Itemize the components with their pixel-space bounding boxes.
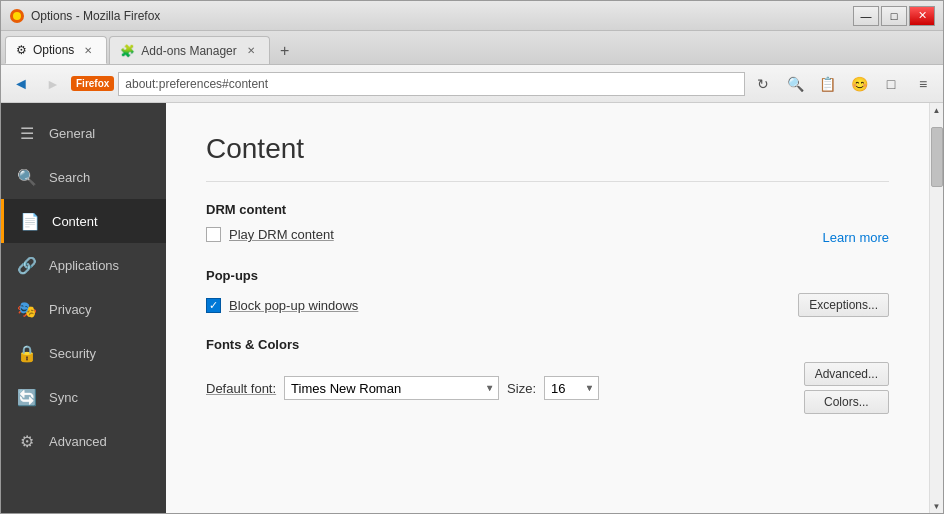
content-area: Content DRM content Play DRM content Lea…: [166, 103, 943, 513]
svg-point-1: [13, 12, 21, 20]
font-dropdown-icon: ▼: [485, 383, 494, 393]
sidebar-label-applications: Applications: [49, 258, 119, 273]
title-bar-text: Options - Mozilla Firefox: [31, 9, 853, 23]
sidebar-label-content: Content: [52, 214, 98, 229]
exceptions-button[interactable]: Exceptions...: [798, 293, 889, 317]
main-layout: ☰ General 🔍 Search 📄 Content 🔗 Applicati…: [1, 103, 943, 513]
bookmarks-icon[interactable]: 📋: [813, 71, 841, 97]
drm-heading: DRM content: [206, 202, 889, 217]
drm-checkbox[interactable]: [206, 227, 221, 242]
content-scroll: Content DRM content Play DRM content Lea…: [166, 103, 929, 513]
sidebar-label-privacy: Privacy: [49, 302, 92, 317]
popup-checkbox-label: Block pop-up windows: [229, 298, 358, 313]
popup-row: Block pop-up windows Exceptions...: [206, 293, 889, 317]
tab-addons-label: Add-ons Manager: [141, 44, 236, 58]
sidebar-label-search: Search: [49, 170, 90, 185]
font-select-wrapper: Times New Roman ▼: [284, 376, 499, 400]
firefox-icon: [9, 8, 25, 24]
tab-addons-close[interactable]: ✕: [243, 43, 259, 59]
forward-button[interactable]: ►: [39, 71, 67, 97]
scrollbar-down-arrow[interactable]: ▼: [930, 499, 944, 513]
fonts-row: Default font: Times New Roman ▼ Size: 16: [206, 362, 889, 414]
maximize-button[interactable]: □: [881, 6, 907, 26]
general-icon: ☰: [17, 124, 37, 143]
scrollbar-track: [930, 117, 943, 499]
learn-more-link[interactable]: Learn more: [823, 230, 889, 245]
privacy-icon: 🎭: [17, 300, 37, 319]
sidebar-label-general: General: [49, 126, 95, 141]
account-icon[interactable]: 😊: [845, 71, 873, 97]
fonts-heading: Fonts & Colors: [206, 337, 889, 352]
search-icon-button[interactable]: 🔍: [781, 71, 809, 97]
tab-addons-icon: 🧩: [120, 44, 135, 58]
tab-options-close[interactable]: ✕: [80, 42, 96, 58]
tab-options-label: Options: [33, 43, 74, 57]
search-icon: 🔍: [17, 168, 37, 187]
sidebar-item-general[interactable]: ☰ General: [1, 111, 166, 155]
drm-section: DRM content Play DRM content Learn more: [206, 202, 889, 248]
url-bar[interactable]: about:preferences#content: [118, 72, 745, 96]
popups-section: Pop-ups Block pop-up windows Exceptions.…: [206, 268, 889, 317]
size-dropdown-icon: ▼: [585, 383, 594, 393]
tab-options-icon: ⚙: [16, 43, 27, 57]
title-bar-buttons: — □ ✕: [853, 6, 935, 26]
sidebar-label-security: Security: [49, 346, 96, 361]
scrollbar: ▲ ▼: [929, 103, 943, 513]
sidebar-item-advanced[interactable]: ⚙ Advanced: [1, 419, 166, 463]
sidebar-item-sync[interactable]: 🔄 Sync: [1, 375, 166, 419]
fonts-buttons: Advanced... Colors...: [804, 362, 889, 414]
sidebar-item-security[interactable]: 🔒 Security: [1, 331, 166, 375]
popups-heading: Pop-ups: [206, 268, 889, 283]
size-select[interactable]: 16 ▼: [544, 376, 599, 400]
default-font-label: Default font:: [206, 381, 276, 396]
drm-checkbox-row: Play DRM content: [206, 227, 334, 242]
firefox-badge: Firefox: [71, 76, 114, 91]
advanced-icon: ⚙: [17, 432, 37, 451]
popup-checkbox[interactable]: [206, 298, 221, 313]
font-select-value: Times New Roman: [291, 381, 401, 396]
tab-options[interactable]: ⚙ Options ✕: [5, 36, 107, 64]
sidebar-item-search[interactable]: 🔍 Search: [1, 155, 166, 199]
colors-button[interactable]: Colors...: [804, 390, 889, 414]
sidebar-item-applications[interactable]: 🔗 Applications: [1, 243, 166, 287]
font-select[interactable]: Times New Roman ▼: [284, 376, 499, 400]
title-bar: Options - Mozilla Firefox — □ ✕: [1, 1, 943, 31]
sync-icon: 🔄: [17, 388, 37, 407]
back-button[interactable]: ◄: [7, 71, 35, 97]
url-text: about:preferences#content: [125, 77, 268, 91]
menu-icon[interactable]: ≡: [909, 71, 937, 97]
applications-icon: 🔗: [17, 256, 37, 275]
size-label: Size:: [507, 381, 536, 396]
sidebar-label-advanced: Advanced: [49, 434, 107, 449]
size-select-wrapper: 16 ▼: [544, 376, 599, 400]
tab-addons[interactable]: 🧩 Add-ons Manager ✕: [109, 36, 269, 64]
new-tab-button[interactable]: +: [272, 38, 298, 64]
sidebar: ☰ General 🔍 Search 📄 Content 🔗 Applicati…: [1, 103, 166, 513]
content-icon: 📄: [20, 212, 40, 231]
address-bar: ◄ ► Firefox about:preferences#content ↻ …: [1, 65, 943, 103]
drm-checkbox-label: Play DRM content: [229, 227, 334, 242]
popup-left: Block pop-up windows: [206, 298, 358, 313]
browser-window: Options - Mozilla Firefox — □ ✕ ⚙ Option…: [0, 0, 944, 514]
page-title: Content: [206, 133, 889, 165]
tab-bar: ⚙ Options ✕ 🧩 Add-ons Manager ✕ +: [1, 31, 943, 65]
close-button[interactable]: ✕: [909, 6, 935, 26]
scrollbar-up-arrow[interactable]: ▲: [930, 103, 944, 117]
security-icon: 🔒: [17, 344, 37, 363]
sidebar-item-privacy[interactable]: 🎭 Privacy: [1, 287, 166, 331]
refresh-button[interactable]: ↻: [749, 71, 777, 97]
window-icon[interactable]: □: [877, 71, 905, 97]
minimize-button[interactable]: —: [853, 6, 879, 26]
section-divider-top: [206, 181, 889, 182]
scrollbar-thumb[interactable]: [931, 127, 943, 187]
advanced-button[interactable]: Advanced...: [804, 362, 889, 386]
sidebar-label-sync: Sync: [49, 390, 78, 405]
size-select-value: 16: [551, 381, 565, 396]
fonts-section: Fonts & Colors Default font: Times New R…: [206, 337, 889, 414]
drm-row: Play DRM content Learn more: [206, 227, 889, 248]
sidebar-item-content[interactable]: 📄 Content: [1, 199, 166, 243]
